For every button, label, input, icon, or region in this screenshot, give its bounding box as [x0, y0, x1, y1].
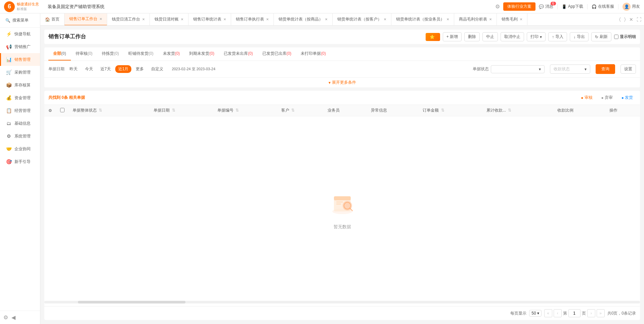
settings-col-icon[interactable]: ⚙: [48, 108, 52, 113]
sort-icon-customer[interactable]: ⇅: [291, 108, 295, 113]
page-label: 第: [563, 311, 567, 316]
tab-maximize-button[interactable]: ⛶: [635, 16, 643, 23]
tab-home[interactable]: 🏠首页: [40, 13, 65, 26]
export-button[interactable]: ↓ 导出: [570, 32, 589, 41]
tab-close-sales-order-exec[interactable]: ✕: [266, 17, 269, 21]
sidebar-item-guide[interactable]: 🎯新手引导: [0, 155, 40, 168]
filter-tab-pending-review[interactable]: 待审核(0): [71, 47, 97, 60]
add-button[interactable]: + 新增: [443, 32, 462, 41]
sidebar-item-inventory[interactable]: 📦库存核算: [0, 79, 40, 91]
tab-prev-button[interactable]: 〈: [618, 16, 622, 23]
app-download-item[interactable]: 📱 App下载: [562, 4, 583, 9]
tab-cash-goods-reconcile[interactable]: 钱货日清对账✕: [150, 13, 188, 26]
settings-condition-button[interactable]: 设置: [620, 65, 636, 74]
status-select[interactable]: ▾: [491, 65, 545, 73]
payment-select[interactable]: 收款状态 ▾: [550, 65, 590, 74]
audit-op-button[interactable]: ● 审核: [578, 93, 595, 102]
col-amount-label: 订单金额: [423, 108, 439, 113]
date-btn-yesterday[interactable]: 昨天: [67, 65, 81, 73]
sidebar-item-system[interactable]: ⚙系统管理: [0, 130, 40, 143]
sidebar-item-sales[interactable]: 📊销售管理: [0, 53, 40, 66]
scroll-thumb[interactable]: [78, 301, 185, 303]
filter-tab-shipped-out[interactable]: 已发货已出库(0): [258, 47, 296, 60]
query-button[interactable]: 查询: [596, 64, 615, 74]
settings-icon[interactable]: ⚙: [3, 314, 8, 321]
sidebar-item-enterprise[interactable]: 🤝企业协同: [0, 143, 40, 155]
sort-icon-status[interactable]: ⇅: [99, 108, 102, 113]
sidebar-item-operations[interactable]: 📋经营管理: [0, 104, 40, 117]
smart-create-button[interactable]: ⭐: [426, 33, 440, 41]
tab-close-sales-stats-product[interactable]: ✕: [325, 17, 328, 21]
page-number-input[interactable]: [568, 309, 581, 317]
date-btn-more[interactable]: 更多: [133, 65, 147, 73]
tab-sales-profit[interactable]: 销售毛利✕: [497, 13, 527, 26]
nav-icon-quick-nav: ⚡: [6, 31, 12, 37]
tab-goods-profit[interactable]: 商品毛利分析表✕: [454, 13, 497, 26]
filter-tab-shipped-not-out[interactable]: 已发货未出库(0): [219, 47, 258, 60]
tab-sales-order-stats[interactable]: 销售订单统计表✕: [188, 13, 231, 26]
gear-icon[interactable]: ⚙: [495, 3, 500, 10]
filter-tab-not-shipped[interactable]: 未发货(0): [158, 47, 185, 60]
horizontal-scrollbar[interactable]: [44, 299, 640, 306]
print-button[interactable]: 打印 ▾: [527, 32, 546, 41]
tab-sales-order-workbench[interactable]: 销售订单工作台✕: [65, 13, 107, 26]
user-item[interactable]: 👤 用友: [622, 3, 640, 11]
date-btn-today[interactable]: 今天: [82, 65, 96, 73]
per-page-select[interactable]: 50 ▾: [529, 310, 541, 317]
sidebar-item-purchase[interactable]: 🛒采购管理: [0, 66, 40, 79]
date-btn-7days[interactable]: 近7天: [97, 65, 114, 73]
sort-icon-collected[interactable]: ⇅: [508, 108, 511, 113]
tab-next-button[interactable]: 〉: [623, 16, 627, 23]
tab-close-sales-order-stats[interactable]: ✕: [223, 17, 226, 21]
tab-close-goods-profit[interactable]: ✕: [489, 17, 492, 21]
sidebar-item-quick-nav[interactable]: ⚡快捷导航: [0, 28, 40, 40]
cancel-stop-button[interactable]: 取消中止: [501, 32, 524, 41]
tab-close-sales-order-workbench[interactable]: ✕: [99, 17, 102, 21]
filter-tab-pending-inspect[interactable]: 待拣货(0): [97, 47, 124, 60]
tab-close-cash-goods-reconcile[interactable]: ✕: [181, 17, 183, 21]
filter-tab-not-printed[interactable]: 未打印单据(0): [296, 47, 331, 60]
tab-close-all-button[interactable]: ✕: [628, 16, 635, 23]
tab-cash-daily-clear[interactable]: 钱货日清工作台✕: [107, 13, 150, 26]
import-button[interactable]: ↑ 导入: [548, 32, 567, 41]
tab-sales-stats-customer[interactable]: 销货单统计表（按客户）✕: [333, 13, 391, 26]
select-all-checkbox[interactable]: [60, 108, 65, 112]
collapse-icon[interactable]: ◀: [11, 314, 15, 321]
refresh-button[interactable]: ↻ 刷新: [591, 32, 611, 41]
tab-close-cash-daily-clear[interactable]: ✕: [142, 17, 145, 21]
tab-sales-stats-product[interactable]: 销货单统计表（按商品）✕: [274, 13, 333, 26]
filter-tab-expired-not-shipped[interactable]: 到期未发货(0): [184, 47, 219, 60]
date-btn-custom[interactable]: 自定义: [148, 65, 166, 73]
page-prev-button[interactable]: ‹: [554, 309, 562, 317]
tab-close-sales-profit[interactable]: ✕: [520, 17, 522, 21]
app-download-label: App下载: [568, 4, 583, 9]
sort-icon-number[interactable]: ⇅: [235, 108, 239, 113]
revoke-op-button[interactable]: ● 弃审: [598, 93, 616, 102]
tab-sales-order-exec[interactable]: 销售订单执行表✕: [231, 13, 274, 26]
search-menu-button[interactable]: 🔍 搜索菜单: [3, 16, 37, 25]
show-detail-checkbox[interactable]: [614, 35, 618, 39]
message-item[interactable]: 💬 消息 6: [539, 4, 553, 9]
stop-button[interactable]: 中止: [482, 32, 498, 41]
sidebar-item-marketing[interactable]: 📢营销推广: [0, 40, 40, 53]
industry-button[interactable]: 体验行业方案: [503, 2, 535, 11]
tab-close-sales-stats-staff[interactable]: ✕: [446, 17, 449, 21]
show-detail-label[interactable]: 显示明细: [614, 34, 636, 40]
filter-tab-all[interactable]: 全部(0): [48, 47, 71, 60]
sidebar-item-basic-info[interactable]: 🗂基础信息: [0, 117, 40, 130]
send-op-button[interactable]: ● 发货: [618, 93, 636, 102]
sidebar-item-finance[interactable]: 💰资金管理: [0, 91, 40, 104]
tab-sales-stats-staff[interactable]: 销货单统计表（按业务员）✕: [391, 13, 454, 26]
delete-button[interactable]: 删除: [464, 32, 480, 41]
col-ratio: 收款比例: [553, 105, 605, 116]
filter-tab-wangpu-pending[interactable]: 旺铺待发货(0): [124, 47, 158, 60]
online-service-item[interactable]: 🎧 在线客服: [592, 4, 614, 9]
date-btn-1month[interactable]: 近1月: [115, 65, 132, 73]
sort-icon-date[interactable]: ⇅: [172, 108, 175, 113]
sort-icon-amount[interactable]: ⇅: [441, 108, 444, 113]
page-first-button[interactable]: «: [544, 309, 552, 317]
tab-close-sales-stats-customer[interactable]: ✕: [384, 17, 386, 21]
page-next-button[interactable]: ›: [587, 309, 595, 317]
expand-conditions-button[interactable]: ▾ 展开更多条件: [44, 77, 640, 87]
page-last-button[interactable]: »: [597, 309, 605, 317]
